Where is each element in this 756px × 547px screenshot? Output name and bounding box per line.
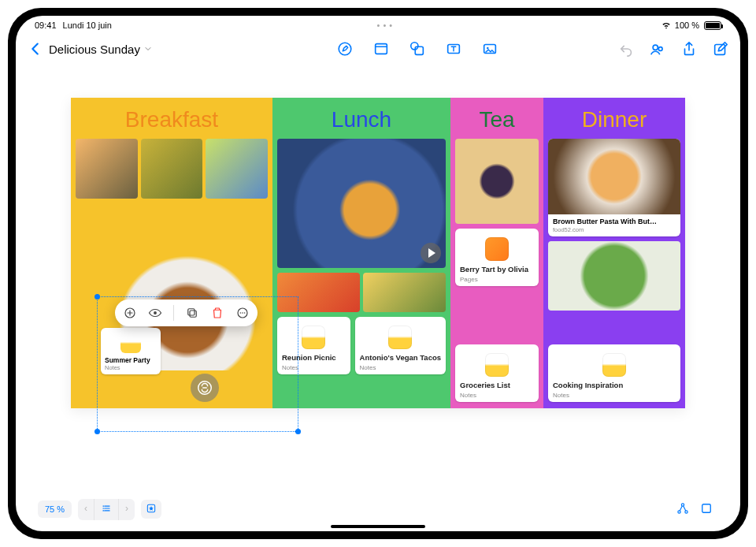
- multitask-dots[interactable]: •••: [112, 20, 661, 30]
- board-title[interactable]: Delicious Sunday: [49, 43, 153, 56]
- share-button[interactable]: [680, 40, 698, 58]
- sticky-note-tool-button[interactable]: [372, 40, 390, 58]
- svg-point-8: [658, 47, 662, 51]
- card-title: Berry Tart by Olivia: [460, 265, 534, 274]
- selection-floating-toolbar: [115, 300, 258, 326]
- meal-board: Breakfast Lunch: [71, 98, 685, 408]
- status-bar: 09:41 Lundi 10 juin ••• 100 %: [16, 16, 740, 35]
- svg-rect-1: [376, 44, 387, 54]
- bottom-bar: 75 % ‹ ›: [16, 495, 740, 523]
- image-berry-galette[interactable]: [455, 139, 539, 224]
- image-salad[interactable]: [548, 241, 680, 311]
- svg-rect-13: [188, 309, 195, 315]
- notes-app-icon: [485, 353, 509, 377]
- undo-button[interactable]: [617, 40, 635, 58]
- card-title: Antonio's Vegan Tacos: [360, 353, 441, 362]
- svg-rect-23: [702, 504, 711, 512]
- column-tea: Tea Berry Tart by Olivia Pages Groceries…: [450, 98, 543, 408]
- compose-button[interactable]: [712, 40, 729, 58]
- note-summer-party[interactable]: Summer Party Notes: [101, 328, 161, 374]
- svg-point-17: [244, 312, 246, 314]
- chevron-down-icon: [143, 44, 153, 54]
- image-thumb-2[interactable]: [363, 273, 446, 312]
- svg-point-3: [411, 43, 418, 50]
- connections-button[interactable]: [671, 497, 695, 523]
- svg-point-22: [681, 503, 684, 505]
- card-title: Groceries List: [460, 381, 534, 389]
- shapes-tool-button[interactable]: [409, 40, 426, 58]
- svg-point-20: [678, 510, 680, 512]
- duplicate-button[interactable]: [185, 306, 199, 320]
- scene-list-button[interactable]: [94, 499, 119, 520]
- more-button[interactable]: [235, 306, 250, 320]
- scene-nav: ‹ ›: [78, 499, 135, 520]
- svg-point-0: [339, 43, 351, 55]
- image-sprouts[interactable]: [141, 139, 203, 199]
- card-subtitle: food52.com: [548, 226, 680, 233]
- zoom-level-button[interactable]: 75 %: [38, 500, 72, 518]
- minimap-button[interactable]: [695, 497, 718, 523]
- card-title: Reunion Picnic: [282, 353, 346, 362]
- pages-berry-tart[interactable]: Berry Tart by Olivia Pages: [455, 229, 539, 286]
- play-icon[interactable]: [421, 243, 441, 263]
- status-date: Lundi 10 juin: [63, 20, 112, 30]
- note-cooking-inspiration[interactable]: Cooking Inspiration Notes: [548, 344, 680, 402]
- svg-rect-9: [715, 45, 725, 55]
- notes-app-icon: [302, 326, 325, 349]
- pages-app-icon: [485, 237, 509, 261]
- note-groceries[interactable]: Groceries List Notes: [455, 344, 539, 402]
- video-lunch-plate[interactable]: [277, 139, 446, 268]
- column-title: Lunch: [277, 102, 446, 134]
- link-thumbnail: [548, 139, 680, 214]
- note-reunion-picnic[interactable]: Reunion Picnic Notes: [277, 317, 350, 374]
- card-title: Summer Party: [105, 356, 157, 364]
- svg-point-15: [240, 312, 242, 314]
- favorite-scene-button[interactable]: [141, 500, 161, 519]
- back-button[interactable]: [27, 40, 44, 58]
- card-title: Brown Butter Pasta With But…: [548, 214, 680, 226]
- column-title: Tea: [455, 102, 539, 134]
- insert-image-tool-button[interactable]: [481, 40, 498, 58]
- notes-app-icon: [388, 326, 412, 349]
- note-vegan-tacos[interactable]: Antonio's Vegan Tacos Notes: [355, 317, 446, 374]
- screen: 09:41 Lundi 10 juin ••• 100 % Delicious …: [16, 16, 740, 531]
- ipad-frame: 09:41 Lundi 10 juin ••• 100 % Delicious …: [8, 8, 748, 539]
- wifi-icon: [661, 19, 672, 32]
- markup-tool-button[interactable]: [336, 40, 354, 58]
- image-thumb-1[interactable]: [277, 273, 360, 312]
- separator: [173, 305, 174, 321]
- board-title-text: Delicious Sunday: [49, 43, 140, 56]
- card-subtitle: Notes: [360, 364, 441, 371]
- image-melon[interactable]: [76, 139, 138, 199]
- prev-scene-button[interactable]: ‹: [78, 499, 94, 520]
- svg-rect-2: [415, 47, 423, 54]
- svg-point-11: [154, 311, 157, 314]
- card-subtitle: Notes: [105, 364, 157, 371]
- battery-pct: 100 %: [675, 20, 699, 30]
- column-title: Breakfast: [76, 102, 268, 134]
- insert-button[interactable]: [123, 306, 137, 320]
- home-indicator[interactable]: [331, 525, 425, 528]
- card-subtitle: Pages: [460, 276, 534, 283]
- link-brown-butter-pasta[interactable]: Brown Butter Pasta With But… food52.com: [548, 139, 680, 236]
- column-dinner: Dinner Brown Butter Pasta With But… food…: [543, 98, 685, 408]
- card-subtitle: Notes: [460, 392, 534, 399]
- image-grapes[interactable]: [206, 139, 268, 199]
- freeform-canvas[interactable]: Breakfast Lunch: [16, 63, 740, 531]
- collaborate-button[interactable]: [649, 40, 666, 58]
- link-anchor-icon[interactable]: [191, 374, 219, 402]
- notes-app-icon: [602, 353, 626, 377]
- app-toolbar: Delicious Sunday: [16, 35, 740, 63]
- svg-point-21: [685, 510, 687, 512]
- delete-button[interactable]: [210, 306, 224, 320]
- svg-point-16: [242, 312, 243, 314]
- card-subtitle: Notes: [282, 364, 346, 371]
- textbox-tool-button[interactable]: [445, 40, 462, 58]
- column-title: Dinner: [548, 102, 680, 134]
- battery-icon: [704, 21, 721, 30]
- card-title: Cooking Inspiration: [553, 381, 676, 389]
- next-scene-button[interactable]: ›: [119, 499, 135, 520]
- status-time: 09:41: [35, 20, 57, 30]
- look-button[interactable]: [148, 306, 162, 320]
- column-lunch: Lunch Reunion Picnic Notes: [272, 98, 450, 408]
